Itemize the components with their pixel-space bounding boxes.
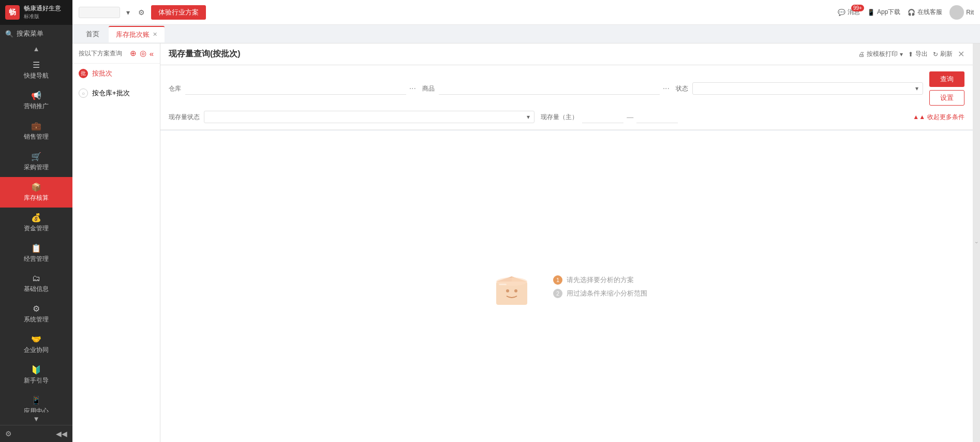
user-profile-btn[interactable]: Rit xyxy=(949,5,974,20)
app-download-label: App下载 xyxy=(877,8,900,17)
tab-close-inventory-batch[interactable]: ✕ xyxy=(153,31,157,38)
print-label: 按模板打印 xyxy=(867,50,898,58)
online-service-btn[interactable]: 🎧 在线客服 xyxy=(908,8,942,17)
sidebar-nav: ☰快捷导航📢营销推广💼销售管理🛒采购管理📦库存核算💰资金管理📋经营管理🗂基础信息… xyxy=(0,55,72,412)
sidebar-title: 畅康通好生意 xyxy=(24,5,61,13)
filter-sidebar-header: 按以下方案查询 ⊕ ◎ « xyxy=(72,43,160,64)
sidebar-item-label-system: 系统管理 xyxy=(24,315,49,324)
query-header: 现存量查询(按批次) 🖨 按模板打印 ▾ ⬆ 导出 ↻ 刷新 xyxy=(160,43,973,65)
empty-svg xyxy=(486,261,538,313)
sidebar-item-sales[interactable]: 💼销售管理 xyxy=(0,116,72,146)
topbar-right: 💬 消息 99+ 📱 App下载 🎧 在线客服 Rit xyxy=(838,5,974,20)
app-download-btn[interactable]: 📱 App下载 xyxy=(867,8,900,17)
topbar-dropdown-btn[interactable]: ▾ xyxy=(124,6,132,19)
sidebar-footer: ⚙ ◀◀ xyxy=(0,425,72,442)
main-area: ▾ ⚙ 体验行业方案 💬 消息 99+ 📱 App下载 🎧 在线客服 Rit xyxy=(72,0,980,442)
sidebar-item-app[interactable]: 📱应用中心 xyxy=(0,390,72,412)
message-icon: 💬 xyxy=(838,9,845,16)
filter-item-by-warehouse-batch[interactable]: ○ 按仓库+批次 xyxy=(72,83,160,103)
status-filter-field: 状态 ▾ xyxy=(676,82,923,95)
avatar xyxy=(949,5,964,20)
filter-item-icon-warehouse: ○ xyxy=(79,89,88,98)
right-collapse-panel[interactable]: › xyxy=(973,43,980,442)
product-more-btn[interactable]: ··· xyxy=(663,84,670,93)
export-btn[interactable]: ⬆ 导出 xyxy=(908,50,928,58)
sidebar-item-collab[interactable]: 🤝企业协同 xyxy=(0,329,72,360)
sidebar-scroll-down[interactable]: ▼ xyxy=(0,412,72,425)
warehouse-more-btn[interactable]: ··· xyxy=(409,84,416,93)
topbar: ▾ ⚙ 体验行业方案 💬 消息 99+ 📱 App下载 🎧 在线客服 Rit xyxy=(72,0,980,25)
collapse-more-btn[interactable]: ▲▲ 收起更多条件 xyxy=(913,113,964,122)
topbar-left: ▾ ⚙ 体验行业方案 xyxy=(79,5,834,20)
empty-hint-2: 2 用过滤条件来缩小分析范围 xyxy=(553,289,647,298)
warehouse-input[interactable] xyxy=(185,83,406,95)
app-icon: 📱 xyxy=(31,395,41,405)
empty-hints: 1 请先选择要分析的方案 2 用过滤条件来缩小分析范围 xyxy=(553,275,647,298)
query-area: 现存量查询(按批次) 🖨 按模板打印 ▾ ⬆ 导出 ↻ 刷新 xyxy=(160,43,973,442)
quick-nav-icon: ☰ xyxy=(33,60,40,70)
refresh-btn[interactable]: ↻ 刷新 xyxy=(933,50,953,58)
inv-status-arrow: ▾ xyxy=(527,113,530,121)
sidebar-item-inventory[interactable]: 📦库存核算 xyxy=(0,177,72,208)
tab-home[interactable]: 首页 xyxy=(79,26,107,42)
sidebar-item-label-sales: 销售管理 xyxy=(24,132,49,141)
close-panel-btn[interactable]: ✕ xyxy=(958,49,964,59)
query-btn[interactable]: 查询 xyxy=(929,71,964,87)
warehouse-label: 仓库 xyxy=(169,84,181,93)
collapse-sidebar-btn[interactable]: ◀◀ xyxy=(56,430,67,438)
svg-rect-6 xyxy=(499,284,507,285)
sidebar-item-marketing[interactable]: 📢营销推广 xyxy=(0,85,72,116)
marketing-icon: 📢 xyxy=(31,91,41,100)
refresh-label: 刷新 xyxy=(940,50,953,58)
sidebar-item-label-quick-nav: 快捷导航 xyxy=(24,71,49,80)
online-service-label: 在线客服 xyxy=(917,8,942,17)
sidebar-scroll-up[interactable]: ▲ xyxy=(0,42,72,55)
messages-btn[interactable]: 💬 消息 99+ xyxy=(838,8,860,17)
sidebar-item-purchase[interactable]: 🛒采购管理 xyxy=(0,146,72,177)
breadcrumb-search[interactable] xyxy=(79,7,120,18)
sidebar-item-system[interactable]: ⚙系统管理 xyxy=(0,299,72,329)
filter-item-by-batch[interactable]: 批 按批次 xyxy=(72,64,160,83)
sidebar-item-label-app: 应用中心 xyxy=(24,407,49,412)
plan-settings-btn[interactable]: ◎ xyxy=(140,49,146,58)
add-plan-btn[interactable]: ⊕ xyxy=(130,49,137,58)
qty-range-sep: — xyxy=(627,113,633,121)
refresh-icon: ↻ xyxy=(933,51,938,58)
sidebar-search-menu[interactable]: 🔍 搜索菜单 xyxy=(0,25,72,42)
query-actions: 🖨 按模板打印 ▾ ⬆ 导出 ↻ 刷新 ✕ xyxy=(858,49,964,59)
trial-industry-btn[interactable]: 体验行业方案 xyxy=(151,5,206,20)
collapse-filter-btn[interactable]: « xyxy=(150,49,154,58)
topbar-settings-btn[interactable]: ⚙ xyxy=(136,6,147,19)
product-input[interactable] xyxy=(439,83,660,95)
filter-bar: 仓库 ··· 商品 ··· 状态 ▾ xyxy=(160,65,973,130)
status-select[interactable]: ▾ xyxy=(692,82,923,95)
sidebar-item-operations[interactable]: 📋经营管理 xyxy=(0,238,72,269)
purchase-icon: 🛒 xyxy=(31,152,41,161)
operations-icon: 📋 xyxy=(31,243,41,253)
sidebar: 畅 畅康通好生意 标准版 🔍 搜索菜单 ▲ ☰快捷导航📢营销推广💼销售管理🛒采购… xyxy=(0,0,72,442)
settings-btn[interactable]: 设置 xyxy=(929,90,964,106)
sidebar-item-guide[interactable]: 🔰新手引导 xyxy=(0,360,72,390)
inv-status-select[interactable]: ▾ xyxy=(204,111,534,123)
inv-qty-min[interactable] xyxy=(582,111,623,123)
sidebar-item-quick-nav[interactable]: ☰快捷导航 xyxy=(0,55,72,85)
print-icon: 🖨 xyxy=(858,51,865,58)
hint-num-1: 1 xyxy=(553,275,562,285)
svg-point-4 xyxy=(506,289,509,292)
sidebar-item-finance[interactable]: 💰资金管理 xyxy=(0,208,72,238)
filter-sidebar: 按以下方案查询 ⊕ ◎ « 批 按批次 ○ 按仓库+批次 xyxy=(72,43,160,442)
sidebar-item-label-purchase: 采购管理 xyxy=(24,163,49,172)
sidebar-item-label-guide: 新手引导 xyxy=(24,376,49,385)
tab-inventory-batch-label: 库存批次账 xyxy=(116,30,150,39)
tab-inventory-batch[interactable]: 库存批次账 ✕ xyxy=(109,26,165,42)
basic-icon: 🗂 xyxy=(32,274,40,283)
product-label: 商品 xyxy=(422,84,435,93)
page-title: 现存量查询(按批次) xyxy=(169,49,241,60)
print-btn[interactable]: 🖨 按模板打印 ▾ xyxy=(858,50,903,58)
inv-qty-max[interactable] xyxy=(636,111,678,123)
hint-text-2: 用过滤条件来缩小分析范围 xyxy=(567,289,647,298)
sidebar-item-basic[interactable]: 🗂基础信息 xyxy=(0,269,72,299)
print-dropdown-icon: ▾ xyxy=(900,51,903,58)
settings-icon-btn[interactable]: ⚙ xyxy=(5,430,12,438)
sales-icon: 💼 xyxy=(31,121,41,131)
